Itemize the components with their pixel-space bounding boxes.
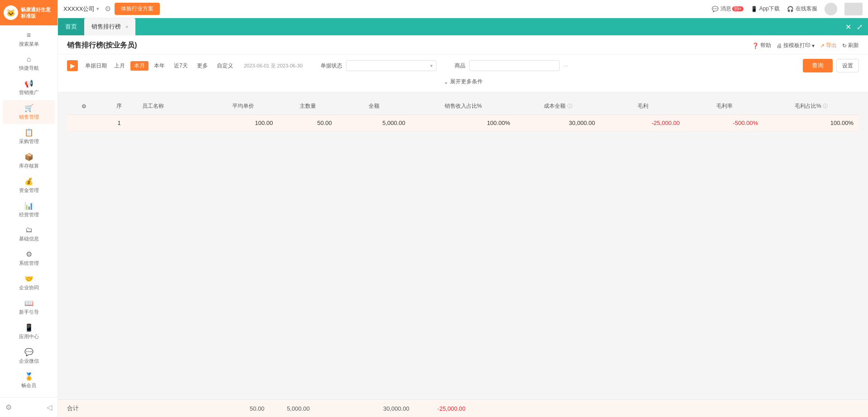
company-selector[interactable]: XXXXX公司 ▾ (63, 5, 99, 13)
date-filter-label: 单据日期 (85, 62, 107, 70)
restore-window-icon[interactable]: ⤢ (857, 23, 863, 31)
collapse-sidebar-icon[interactable]: ◁ (45, 401, 54, 413)
logo-icon: 🐱 (4, 5, 18, 20)
status-select-wrapper (346, 60, 436, 71)
filter-right-actions: 查询 设置 (803, 59, 859, 72)
message-badge: 99+ (732, 6, 743, 11)
wechat-icon: 💬 (24, 348, 34, 356)
sidebar-item-label: 新手引导 (19, 309, 39, 316)
topbar: XXXXX公司 ▾ ⚙ 体验行业方案 💬 消息 99+ 📱 App下载 🎧 在线… (58, 0, 868, 18)
sidebar-item-inventory[interactable]: 📦库存核算 (3, 149, 55, 173)
sidebar-item-label: 企业协同 (19, 284, 39, 291)
sidebar-item-marketing[interactable]: 📢营销推广 (3, 76, 55, 100)
online-service-label: 在线客服 (796, 5, 817, 13)
company-name: XXXXX公司 (63, 5, 95, 13)
sidebar-item-enterprise[interactable]: 🤝企业协同 (3, 271, 55, 295)
col-header-amount: 全额 (337, 98, 411, 115)
cost-info-icon[interactable]: ⓘ (567, 103, 572, 109)
tab-actions: ✕ ⤢ (845, 23, 868, 31)
goods-filter-label: 商品 (455, 62, 465, 70)
profit-pct-info-icon[interactable]: ⓘ (823, 103, 828, 109)
help-btn[interactable]: ❓ 帮助 (752, 42, 771, 49)
home-tab-label: 首页 (65, 23, 77, 31)
sidebar-item-quicknav[interactable]: ⌂快捷导航 (3, 52, 55, 75)
sidebar-item-finance[interactable]: 💰资金管理 (3, 173, 55, 197)
sidebar-item-member[interactable]: 🏅畅会员 (3, 369, 55, 393)
user-avatar[interactable] (825, 3, 837, 15)
page-header-actions: ❓ 帮助 🖨 按模板打印 ▾ ↗ 导出 ↻ 刷新 (752, 42, 859, 49)
sidebar-item-label: 搜索菜单 (19, 41, 39, 48)
cell-profit-rate: -500.00% (685, 115, 763, 131)
message-btn[interactable]: 💬 消息 99+ (712, 5, 743, 13)
trial-button[interactable]: 体验行业方案 (115, 3, 160, 15)
footer-qty: 50.00 (230, 405, 275, 412)
sidebar-item-label: 资金管理 (19, 187, 39, 194)
help-icon: ❓ (752, 43, 759, 49)
topbar-settings-icon[interactable]: ⚙ (105, 5, 111, 13)
col-header-profit: 毛利 (600, 98, 685, 115)
apps-icon: 📱 (24, 323, 34, 332)
filter-row: ▶ 单据日期 上月本月本年近7天更多自定义 2023-06-01 至 2023-… (67, 59, 859, 72)
member-icon: 🏅 (24, 372, 34, 381)
app-download-btn[interactable]: 📱 App下载 (751, 5, 780, 13)
col-header-index: 序 (101, 98, 137, 115)
sidebar-item-operations[interactable]: 📊经营管理 (3, 198, 55, 222)
main-area: XXXXX公司 ▾ ⚙ 体验行业方案 💬 消息 99+ 📱 App下载 🎧 在线… (58, 0, 868, 417)
query-button[interactable]: 查询 (803, 59, 833, 72)
sidebar-bottom: ⚙ ◁ (0, 397, 58, 417)
user-name-area (844, 3, 863, 15)
refresh-btn[interactable]: ↻ 刷新 (842, 42, 859, 49)
nav-tabs: 首页 销售排行榜 × ✕ ⤢ (58, 18, 868, 35)
app-logo: 🐱 畅康通好生意 标准版 (0, 0, 58, 25)
tab-close-icon[interactable]: × (125, 24, 128, 29)
footer-cost: 30,000.00 (375, 405, 420, 412)
table-header-row: ⚙ 序 员工名称 平均单价 主数量 全额 销售收入占比% 成本全额 ⓘ 毛利 毛… (67, 98, 859, 115)
date-tab-自定义[interactable]: 自定义 (213, 61, 237, 71)
page-content: 销售排行榜(按业务员) ❓ 帮助 🖨 按模板打印 ▾ ↗ 导出 ↻ 刷新 (58, 35, 868, 417)
sidebar-item-label: 库存核算 (19, 163, 39, 169)
topbar-right: 💬 消息 99+ 📱 App下载 🎧 在线客服 (712, 3, 863, 15)
sidebar-item-basicinfo[interactable]: 🗂基础信息 (3, 222, 55, 246)
sidebar: 🐱 畅康通好生意 标准版 ≡搜索菜单⌂快捷导航📢营销推广🛒销售管理📋采购管理📦库… (0, 0, 58, 417)
goods-more-icon[interactable]: ··· (563, 62, 568, 69)
sidebar-item-label: 营销推广 (19, 89, 39, 96)
sidebar-menu: ≡搜索菜单⌂快捷导航📢营销推广🛒销售管理📋采购管理📦库存核算💰资金管理📊经营管理… (0, 25, 58, 397)
headset-icon: 🎧 (787, 6, 794, 12)
date-tab-上月[interactable]: 上月 (110, 61, 129, 71)
filter-toggle-btn[interactable]: ▶ (67, 60, 78, 71)
status-select[interactable] (346, 60, 436, 71)
sidebar-item-search[interactable]: ≡搜索菜单 (3, 28, 55, 51)
sidebar-item-wechat[interactable]: 💬企业微信 (3, 344, 55, 368)
date-tab-本月[interactable]: 本月 (130, 61, 149, 71)
sidebar-item-sales[interactable]: 🛒销售管理 (3, 100, 55, 124)
logo-text: 畅康通好生意 标准版 (21, 6, 51, 19)
tab-sales-ranking[interactable]: 销售排行榜 × (84, 18, 135, 35)
sidebar-item-label: 应用中心 (19, 333, 39, 340)
settings-gear-icon[interactable]: ⚙ (4, 401, 14, 413)
expand-down-icon: ⌄ (444, 79, 448, 85)
cell-sales-pct: 100.00% (411, 115, 516, 131)
sidebar-item-apps[interactable]: 📱应用中心 (3, 320, 55, 344)
footer-profit: -25,000.00 (420, 405, 465, 412)
expand-filter-btn[interactable]: ⌄ 展开更多条件 (438, 76, 488, 87)
goods-input[interactable] (469, 60, 560, 71)
date-tab-本年[interactable]: 本年 (150, 61, 168, 71)
close-window-icon[interactable]: ✕ (845, 23, 851, 31)
date-tab-近7天[interactable]: 近7天 (170, 61, 192, 71)
sidebar-item-label: 采购管理 (19, 138, 39, 145)
sidebar-item-guide[interactable]: 📖新手引导 (3, 295, 55, 319)
date-tab-更多[interactable]: 更多 (193, 61, 211, 71)
marketing-icon: 📢 (24, 79, 34, 88)
filter-settings-button[interactable]: 设置 (836, 59, 859, 72)
sidebar-item-label: 经营管理 (19, 211, 39, 218)
export-btn[interactable]: ↗ 导出 (820, 42, 837, 49)
col-header-profit-pct: 毛利占比% ⓘ (763, 98, 859, 115)
col-header-name: 员工名称 (137, 98, 207, 115)
template-print-btn[interactable]: 🖨 按模板打印 ▾ (777, 42, 815, 49)
tab-home[interactable]: 首页 (58, 18, 84, 35)
online-service-btn[interactable]: 🎧 在线客服 (787, 5, 817, 13)
page-header: 销售排行榜(按业务员) ❓ 帮助 🖨 按模板打印 ▾ ↗ 导出 ↻ 刷新 (58, 35, 868, 54)
sidebar-item-purchase[interactable]: 📋采购管理 (3, 125, 55, 149)
sidebar-item-system[interactable]: ⚙系统管理 (3, 246, 55, 270)
sidebar-item-label: 企业微信 (19, 358, 39, 364)
